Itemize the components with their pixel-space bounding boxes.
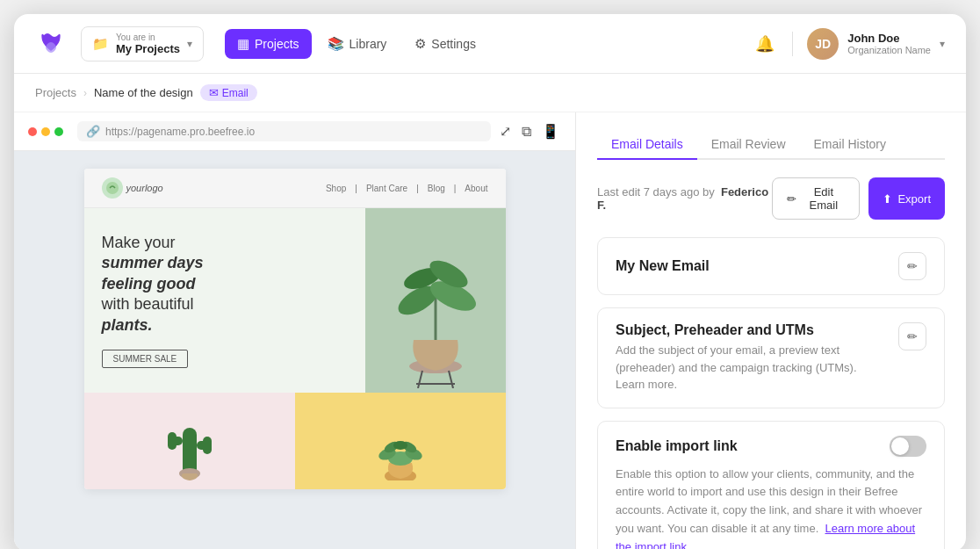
tab-email-review[interactable]: Email Review (697, 130, 800, 160)
edit-subject-button[interactable]: ✏ (898, 322, 926, 350)
header-divider (792, 32, 793, 56)
email-nav-about: About (465, 184, 487, 193)
email-badge-icon: ✉ (209, 86, 219, 99)
email-header: yourlogo Shop | Plant Care | Blog | Abou… (84, 169, 506, 208)
export-icon: ⬆ (883, 192, 892, 206)
edit-icon: ✏ (787, 192, 796, 206)
edit-email-button[interactable]: ✏ Edit Email (772, 177, 860, 220)
avatar: JD (807, 28, 839, 60)
email-nav-blog: Blog (428, 184, 445, 193)
preview-toolbar: 🔗 https://pagename.pro.beefree.io ⤢ ⧉ 📱 (14, 112, 575, 151)
email-badge: ✉ Email (200, 84, 257, 101)
app-window: 📁 You are in My Projects ▾ ▦ Projects 📚 … (14, 14, 966, 549)
svg-rect-12 (168, 432, 177, 450)
svg-line-7 (418, 371, 422, 388)
import-card-title: Enable import link (616, 438, 738, 454)
email-frame: yourlogo Shop | Plant Care | Blog | Abou… (84, 169, 506, 489)
close-dot (28, 127, 37, 136)
org-name: Organization Name (847, 45, 931, 55)
summer-sale-cta: SUMMER SALE (102, 350, 189, 368)
email-hero-title: Make your summer days feeling good with … (102, 233, 348, 336)
user-name: John Doe (847, 32, 931, 45)
subject-card: Subject, Preheader and UTMs Add the subj… (597, 307, 945, 408)
breadcrumb-projects[interactable]: Projects (35, 86, 76, 99)
library-icon: 📚 (328, 36, 344, 52)
email-nav-plantcare: Plant Care (366, 184, 407, 193)
email-hero: Make your summer days feeling good with … (84, 208, 506, 393)
breadcrumb-design-name: Name of the design (94, 86, 193, 99)
workspace-selector[interactable]: 📁 You are in My Projects ▾ (81, 26, 204, 61)
import-card: Enable import link Enable this option to… (597, 421, 945, 550)
export-button[interactable]: ⬆ Export (868, 177, 945, 220)
email-logo-text: yourlogo (126, 183, 163, 193)
email-nav-sep2: | (416, 184, 419, 193)
copy-button[interactable]: ⧉ (520, 121, 533, 141)
email-badge-label: Email (222, 87, 249, 99)
email-logo-icon (102, 177, 123, 199)
main-content: 🔗 https://pagename.pro.beefree.io ⤢ ⧉ 📱 (14, 112, 966, 549)
link-icon: 🔗 (86, 125, 100, 138)
breadcrumb: Projects › Name of the design ✉ Email (14, 74, 966, 112)
main-nav: ▦ Projects 📚 Library ⚙ Settings (225, 29, 488, 59)
toggle-knob (891, 437, 909, 455)
breadcrumb-separator: › (83, 87, 87, 99)
actions-row: Last edit 7 days ago by Federico F. ✏ Ed… (597, 177, 945, 220)
header: 📁 You are in My Projects ▾ ▦ Projects 📚 … (14, 14, 966, 74)
nav-library-label: Library (349, 37, 387, 51)
edit-email-name-button[interactable]: ✏ (898, 252, 926, 280)
last-edit-text: Last edit 7 days ago by Federico F. (597, 185, 772, 212)
svg-rect-14 (203, 437, 212, 454)
nav-projects[interactable]: ▦ Projects (225, 29, 312, 59)
header-right: 🔔 JD John Doe Organization Name ▾ (752, 28, 945, 60)
minimize-dot (41, 127, 50, 136)
device-toggle-button[interactable]: 📱 (540, 121, 561, 141)
email-name-card: My New Email ✏ (597, 237, 945, 295)
nav-settings-label: Settings (431, 37, 476, 51)
email-image-succulent (295, 393, 506, 489)
svg-point-22 (393, 441, 407, 450)
preview-actions: ⤢ ⧉ 📱 (498, 121, 561, 141)
nav-projects-label: Projects (255, 37, 299, 51)
tabs: Email Details Email Review Email History (597, 130, 945, 160)
user-menu[interactable]: JD John Doe Organization Name ▾ (807, 28, 945, 60)
email-logo: yourlogo (102, 177, 163, 199)
email-hero-image (365, 208, 506, 393)
email-mockup: yourlogo Shop | Plant Care | Blog | Abou… (14, 151, 575, 549)
tab-email-details[interactable]: Email Details (597, 130, 697, 160)
workspace-label: You are in (116, 33, 180, 42)
email-nav-sep1: | (355, 184, 357, 193)
email-nav: Shop | Plant Care | Blog | About (326, 184, 488, 193)
hero-line3: feeling good (102, 275, 196, 293)
tab-email-history[interactable]: Email History (800, 130, 900, 160)
traffic-lights (28, 127, 63, 136)
email-image-cactus (84, 393, 295, 489)
svg-point-0 (106, 182, 119, 194)
import-card-header: Enable import link (616, 436, 926, 457)
subject-card-desc: Add the subject of your email, a preview… (616, 342, 888, 394)
workspace-icon: 📁 (92, 36, 109, 52)
open-external-button[interactable]: ⤢ (498, 121, 513, 141)
nav-library[interactable]: 📚 Library (315, 29, 400, 59)
email-bottom-images (84, 393, 506, 489)
preview-panel: 🔗 https://pagename.pro.beefree.io ⤢ ⧉ 📱 (14, 112, 576, 549)
email-name-title: My New Email (616, 258, 710, 274)
workspace-name: My Projects (116, 42, 180, 55)
svg-line-8 (449, 371, 453, 388)
app-logo (35, 28, 67, 60)
notifications-button[interactable]: 🔔 (752, 31, 778, 57)
import-toggle[interactable] (890, 436, 926, 457)
right-panel: Email Details Email Review Email History… (576, 112, 966, 549)
email-hero-text: Make your summer days feeling good with … (84, 208, 365, 393)
email-nav-shop: Shop (326, 184, 346, 193)
projects-icon: ▦ (237, 36, 249, 52)
hero-line1: Make your (102, 234, 176, 251)
nav-settings[interactable]: ⚙ Settings (402, 29, 488, 59)
subject-card-title: Subject, Preheader and UTMs (616, 322, 888, 338)
import-card-desc: Enable this option to allow your clients… (616, 466, 926, 550)
hero-line2: summer days (102, 254, 204, 271)
hero-line5: plants. (102, 316, 153, 334)
url-text: https://pagename.pro.beefree.io (105, 126, 255, 138)
email-nav-sep3: | (454, 184, 457, 193)
settings-nav-icon: ⚙ (414, 36, 426, 52)
action-buttons: ✏ Edit Email ⬆ Export (772, 177, 945, 220)
